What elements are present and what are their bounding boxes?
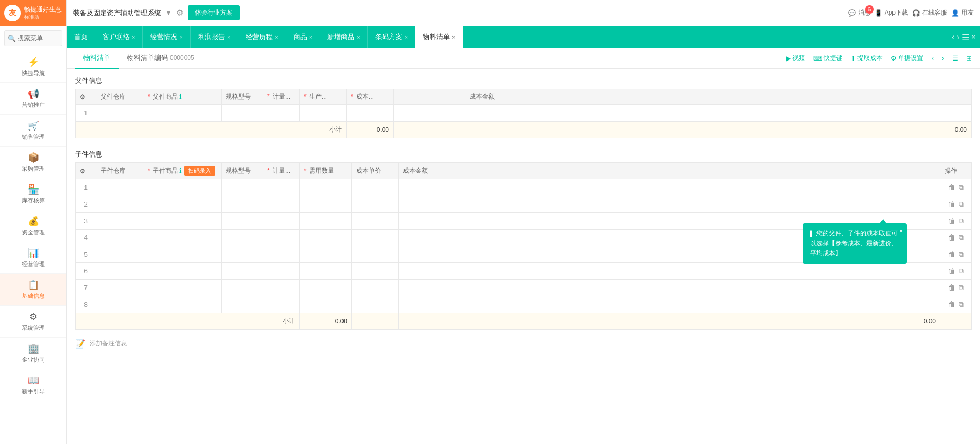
child-row-3-warehouse[interactable] bbox=[96, 213, 143, 230]
tab-product[interactable]: 商品 × bbox=[286, 26, 320, 48]
parent-row-1-spec[interactable] bbox=[222, 105, 263, 122]
child-row-6-warehouse[interactable] bbox=[96, 263, 143, 280]
parent-row-1-production[interactable] bbox=[300, 105, 347, 122]
child-row-8-warehouse[interactable] bbox=[96, 296, 143, 313]
child-row-5-spec[interactable] bbox=[222, 246, 263, 263]
tooltip-close-btn[interactable]: × bbox=[899, 226, 903, 236]
child-row-1-cost-amount[interactable] bbox=[399, 179, 940, 196]
child-row-4-qty[interactable] bbox=[300, 230, 352, 246]
child-row-8-cost-unit[interactable] bbox=[352, 296, 399, 313]
child-row-3-qty[interactable] bbox=[300, 213, 352, 230]
col-settings-icon[interactable]: ⚙ bbox=[80, 93, 85, 101]
tab-close-barcode[interactable]: × bbox=[405, 34, 408, 40]
tab-profit-report[interactable]: 利润报告 × bbox=[191, 26, 238, 48]
child-row-4-unit[interactable] bbox=[263, 230, 300, 246]
settings-icon[interactable]: ⚙ bbox=[176, 8, 183, 18]
parent-row-1-product[interactable] bbox=[143, 105, 222, 122]
child-row-8-unit[interactable] bbox=[263, 296, 300, 313]
child-row-3-unit[interactable] bbox=[263, 213, 300, 230]
child-row-5-product[interactable] bbox=[143, 246, 222, 263]
tab-operations-history[interactable]: 经营历程 × bbox=[238, 26, 286, 48]
child-row-5-delete-icon[interactable]: 🗑 bbox=[948, 250, 956, 259]
tab-close-all-btn[interactable]: × bbox=[971, 32, 976, 42]
child-row-7-delete-icon[interactable]: 🗑 bbox=[948, 283, 956, 292]
tab-barcode[interactable]: 条码方案 × bbox=[368, 26, 415, 48]
parent-row-1-warehouse[interactable] bbox=[96, 105, 143, 122]
child-row-7-unit[interactable] bbox=[263, 280, 300, 296]
child-row-6-unit[interactable] bbox=[263, 263, 300, 280]
child-row-5-cost-unit[interactable] bbox=[352, 246, 399, 263]
video-btn[interactable]: ▶ 视频 bbox=[786, 54, 805, 63]
child-row-4-product[interactable] bbox=[143, 230, 222, 246]
tab-menu-btn[interactable]: ☰ bbox=[962, 32, 969, 42]
child-row-4-warehouse[interactable] bbox=[96, 230, 143, 246]
child-row-6-delete-icon[interactable]: 🗑 bbox=[948, 267, 956, 275]
child-row-8-qty[interactable] bbox=[300, 296, 352, 313]
child-row-7-cost-unit[interactable] bbox=[352, 280, 399, 296]
child-row-2-qty[interactable] bbox=[300, 196, 352, 213]
child-row-8-cost-amount[interactable] bbox=[399, 296, 940, 313]
nav-prev-btn[interactable]: ‹ bbox=[932, 55, 934, 62]
child-row-1-qty[interactable] bbox=[300, 179, 352, 196]
child-row-4-spec[interactable] bbox=[222, 230, 263, 246]
sidebar-item-guide[interactable]: 📖 新手引导 bbox=[0, 369, 66, 401]
nav-next-btn[interactable]: › bbox=[942, 55, 944, 62]
experience-btn[interactable]: 体验行业方案 bbox=[188, 5, 240, 20]
message-btn[interactable]: 💬 消息 6 bbox=[848, 8, 871, 17]
tab-prev-btn[interactable]: ‹ bbox=[952, 32, 954, 42]
scan-btn[interactable]: 扫码录入 bbox=[184, 166, 215, 176]
child-row-2-cost-unit[interactable] bbox=[352, 196, 399, 213]
shortcut-btn[interactable]: ⌨ 快捷键 bbox=[813, 54, 842, 63]
tab-customer[interactable]: 客户联络 × bbox=[95, 26, 143, 48]
sidebar-item-quick-nav[interactable]: ⚡ 快捷导航 bbox=[0, 51, 66, 83]
tab-close-new-product[interactable]: × bbox=[357, 34, 360, 40]
sidebar-item-marketing[interactable]: 📢 营销推广 bbox=[0, 83, 66, 115]
child-row-1-delete-icon[interactable]: 🗑 bbox=[948, 183, 956, 192]
child-row-2-copy-icon[interactable]: ⧉ bbox=[959, 200, 964, 209]
child-row-2-unit[interactable] bbox=[263, 196, 300, 213]
tab-close-operations-status[interactable]: × bbox=[179, 34, 182, 40]
app-download-btn[interactable]: 📱 App下载 bbox=[875, 8, 908, 17]
online-service-btn[interactable]: 🎧 在线客服 bbox=[912, 8, 947, 17]
child-row-8-product[interactable] bbox=[143, 296, 222, 313]
tab-close-bom[interactable]: × bbox=[452, 34, 455, 40]
child-row-8-copy-icon[interactable]: ⧉ bbox=[959, 300, 964, 309]
child-row-4-delete-icon[interactable]: 🗑 bbox=[948, 233, 956, 242]
parent-row-1-unit[interactable] bbox=[263, 105, 300, 122]
tab-next-btn[interactable]: › bbox=[957, 32, 959, 42]
sidebar-item-sales[interactable]: 🛒 销售管理 bbox=[0, 115, 66, 147]
child-row-5-unit[interactable] bbox=[263, 246, 300, 263]
child-row-3-copy-icon[interactable]: ⧉ bbox=[959, 217, 964, 225]
child-row-8-delete-icon[interactable]: 🗑 bbox=[948, 300, 956, 309]
tab-home[interactable]: 首页 bbox=[67, 26, 95, 48]
add-note-text[interactable]: 添加备注信息 bbox=[90, 339, 127, 348]
single-settings-btn[interactable]: ⚙ 单据设置 bbox=[891, 54, 923, 63]
child-row-2-product[interactable] bbox=[143, 196, 222, 213]
child-row-2-cost-amount[interactable] bbox=[399, 196, 940, 213]
child-row-2-delete-icon[interactable]: 🗑 bbox=[948, 200, 956, 209]
sidebar-item-inventory[interactable]: 🏪 库存核算 bbox=[0, 178, 66, 210]
child-row-6-product[interactable] bbox=[143, 263, 222, 280]
child-row-1-cost-unit[interactable] bbox=[352, 179, 399, 196]
child-row-6-cost-amount[interactable] bbox=[399, 263, 940, 280]
sidebar-item-operations[interactable]: 📊 经营管理 bbox=[0, 242, 66, 274]
child-row-1-copy-icon[interactable]: ⧉ bbox=[959, 183, 964, 192]
child-row-7-product[interactable] bbox=[143, 280, 222, 296]
sidebar-item-finance[interactable]: 💰 资金管理 bbox=[0, 210, 66, 242]
tab-bom[interactable]: 物料清单 × bbox=[415, 26, 463, 48]
child-row-7-cost-amount[interactable] bbox=[399, 280, 940, 296]
extract-cost-btn[interactable]: ⬆ 提取成本 bbox=[851, 54, 883, 63]
tab-close-profit-report[interactable]: × bbox=[227, 34, 230, 40]
table-view-btn[interactable]: ☰ bbox=[952, 55, 958, 62]
child-row-3-delete-icon[interactable]: 🗑 bbox=[948, 217, 956, 225]
child-row-4-cost-unit[interactable] bbox=[352, 230, 399, 246]
child-row-6-spec[interactable] bbox=[222, 263, 263, 280]
child-settings-icon[interactable]: ⚙ bbox=[80, 167, 85, 175]
tab-close-product[interactable]: × bbox=[309, 34, 312, 40]
child-row-1-warehouse[interactable] bbox=[96, 179, 143, 196]
child-row-6-cost-unit[interactable] bbox=[352, 263, 399, 280]
child-row-7-copy-icon[interactable]: ⧉ bbox=[959, 283, 964, 292]
parent-row-1-cost-unit[interactable] bbox=[347, 105, 394, 122]
topbar-dropdown-icon[interactable]: ▼ bbox=[165, 9, 172, 17]
sub-tab-bom-list[interactable]: 物料清单 bbox=[75, 48, 119, 69]
